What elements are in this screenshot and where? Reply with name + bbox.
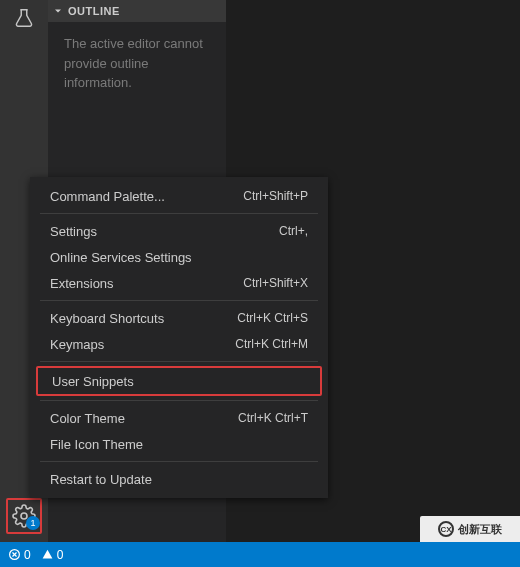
menu-settings[interactable]: Settings Ctrl+,	[30, 218, 328, 244]
menu-restart-update[interactable]: Restart to Update	[30, 466, 328, 492]
menu-online-services[interactable]: Online Services Settings	[30, 244, 328, 270]
menu-extensions[interactable]: Extensions Ctrl+Shift+X	[30, 270, 328, 296]
outline-title: OUTLINE	[68, 5, 120, 17]
menu-label: Keymaps	[50, 337, 104, 352]
menu-label: Restart to Update	[50, 472, 152, 487]
error-count: 0	[24, 548, 31, 562]
menu-keyboard-shortcuts[interactable]: Keyboard Shortcuts Ctrl+K Ctrl+S	[30, 305, 328, 331]
menu-separator	[40, 400, 318, 401]
menu-separator	[40, 300, 318, 301]
svg-point-1	[21, 513, 27, 519]
warning-count: 0	[57, 548, 64, 562]
watermark-text: 创新互联	[458, 522, 502, 537]
menu-shortcut: Ctrl+K Ctrl+S	[237, 311, 308, 325]
outline-empty-message: The active editor cannot provide outline…	[48, 22, 226, 105]
menu-color-theme[interactable]: Color Theme Ctrl+K Ctrl+T	[30, 405, 328, 431]
menu-file-icon-theme[interactable]: File Icon Theme	[30, 431, 328, 457]
menu-user-snippets[interactable]: User Snippets	[38, 368, 320, 394]
menu-command-palette[interactable]: Command Palette... Ctrl+Shift+P	[30, 183, 328, 209]
beaker-icon[interactable]	[12, 6, 36, 30]
menu-label: Online Services Settings	[50, 250, 192, 265]
menu-separator	[40, 361, 318, 362]
menu-shortcut: Ctrl+Shift+P	[243, 189, 308, 203]
warning-icon	[41, 548, 54, 561]
menu-separator	[40, 461, 318, 462]
menu-user-snippets-highlight: User Snippets	[36, 366, 322, 396]
menu-label: Keyboard Shortcuts	[50, 311, 164, 326]
menu-label: Color Theme	[50, 411, 125, 426]
outline-section-header[interactable]: OUTLINE	[48, 0, 226, 22]
menu-label: Extensions	[50, 276, 114, 291]
chevron-down-icon	[52, 5, 64, 17]
menu-label: Command Palette...	[50, 189, 165, 204]
error-icon	[8, 548, 21, 561]
settings-gear-icon[interactable]: 1	[12, 504, 36, 528]
menu-label: File Icon Theme	[50, 437, 143, 452]
menu-shortcut: Ctrl+,	[279, 224, 308, 238]
settings-context-menu: Command Palette... Ctrl+Shift+P Settings…	[30, 177, 328, 498]
menu-separator	[40, 213, 318, 214]
settings-highlight: 1	[6, 498, 42, 534]
menu-label: Settings	[50, 224, 97, 239]
watermark-logo-icon: CX	[438, 521, 454, 537]
status-bar: 0 0	[0, 542, 520, 567]
menu-keymaps[interactable]: Keymaps Ctrl+K Ctrl+M	[30, 331, 328, 357]
settings-badge: 1	[26, 516, 40, 530]
watermark: CX 创新互联	[420, 516, 520, 542]
status-warnings[interactable]: 0	[41, 548, 64, 562]
menu-shortcut: Ctrl+K Ctrl+T	[238, 411, 308, 425]
menu-label: User Snippets	[52, 374, 134, 389]
menu-shortcut: Ctrl+K Ctrl+M	[235, 337, 308, 351]
status-errors[interactable]: 0	[8, 548, 31, 562]
menu-shortcut: Ctrl+Shift+X	[243, 276, 308, 290]
